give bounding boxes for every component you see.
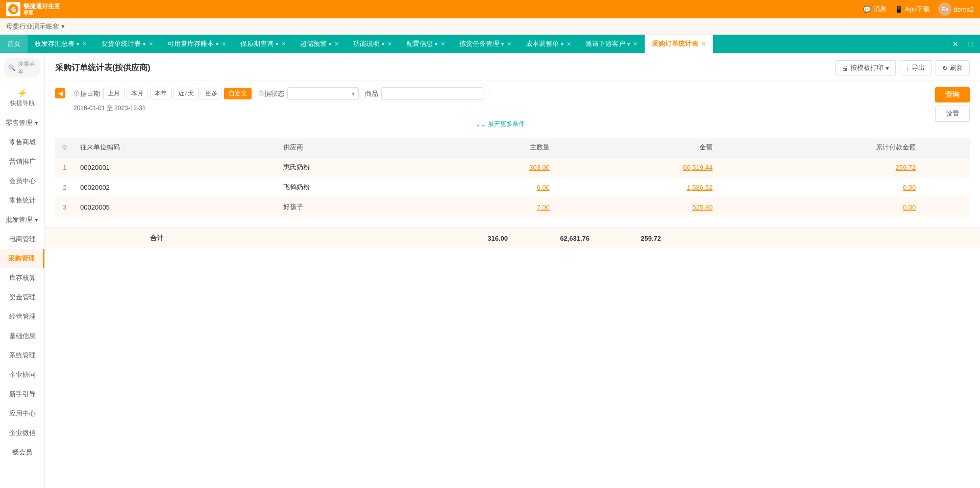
- date-label: 单据日期: [74, 89, 100, 98]
- table-area: ⚙ 往来单位编码 供应商 主数量 金额 累计付款金额 1 00020001: [45, 138, 980, 227]
- search-menu-button[interactable]: 🔍 搜索菜单: [4, 58, 40, 78]
- query-button[interactable]: 查询: [935, 87, 970, 102]
- tab-close-icon[interactable]: ✕: [440, 41, 445, 47]
- cell-paid: 0.00: [719, 177, 922, 197]
- sidebar-item-app-center[interactable]: 应用中心: [0, 404, 44, 423]
- sidebar-item-wholesale[interactable]: 批发管理 ▼: [0, 210, 44, 229]
- cell-qty: 7.00: [429, 197, 556, 217]
- nav-maximize-button[interactable]: □: [964, 37, 978, 51]
- sidebar-item-marketing[interactable]: 营销推广: [0, 152, 44, 171]
- table-header: ⚙ 往来单位编码 供应商 主数量 金额 累计付款金额: [55, 138, 970, 158]
- tab-close-icon[interactable]: ✕: [387, 41, 392, 47]
- custom-date-button[interactable]: 自定义: [224, 88, 252, 99]
- tab-receive-send[interactable]: 收发存汇总表 ▾ ✕: [28, 35, 94, 53]
- filter-section: ◀ 单据日期 上月 本月 本年 近7天 更多 自定义: [45, 81, 980, 138]
- message-icon: 💬: [863, 6, 871, 13]
- tab-close-icon[interactable]: ✕: [82, 41, 87, 47]
- tab-close-active-icon[interactable]: ✕: [701, 41, 706, 47]
- filter-row-1: 单据日期 上月 本月 本年 近7天 更多 自定义 单据状态: [74, 87, 927, 100]
- this-year-button[interactable]: 本年: [150, 88, 172, 99]
- sidebar-item-purchase[interactable]: 采购管理: [0, 249, 44, 268]
- sidebar-item-operation[interactable]: 经营管理: [0, 307, 44, 326]
- app-download-button[interactable]: 📱 App下载: [895, 5, 930, 14]
- sidebar-item-member2[interactable]: 畅会员: [0, 443, 44, 462]
- logo-icon: 畅: [6, 2, 20, 16]
- table-settings-icon[interactable]: ⚙: [61, 143, 68, 151]
- sidebar-item-system[interactable]: 系统管理: [0, 346, 44, 365]
- table-row: 3 00020005 好孩子 7.00 525.80 0.00: [55, 197, 970, 217]
- sidebar: 🔍 搜索菜单 ⚡ 快捷导航 零售管理 ▼ 零售商城 营销推广: [0, 53, 45, 488]
- sidebar-item-finance[interactable]: 资金管理: [0, 288, 44, 307]
- tab-close-icon[interactable]: ✕: [222, 41, 226, 47]
- tab-overstock[interactable]: 超储预警 ▾ ✕: [293, 35, 346, 53]
- lightning-icon: ⚡: [17, 88, 28, 98]
- tab-pick-task[interactable]: 拣货任务管理 ▾ ✕: [452, 35, 519, 53]
- tab-close-icon[interactable]: ✕: [281, 41, 286, 47]
- sidebar-item-quick-nav[interactable]: ⚡ 快捷导航: [0, 85, 44, 111]
- sidebar-item-enterprise-coop[interactable]: 企业协同: [0, 365, 44, 384]
- col-extra: [922, 138, 970, 158]
- sidebar-item-inventory[interactable]: 库存核算: [0, 268, 44, 288]
- sidebar-item-enterprise-wechat[interactable]: 企业微信: [0, 423, 44, 443]
- footer-paid: 259.72: [596, 235, 667, 242]
- row-num: 3: [55, 197, 74, 217]
- sidebar-item-retail-mall[interactable]: 零售商城: [0, 133, 44, 152]
- tab-close-icon[interactable]: ✕: [149, 41, 153, 47]
- nav-right-controls: ✕ □: [948, 37, 980, 51]
- message-button[interactable]: 💬 消息: [863, 5, 887, 14]
- col-amount-header: 金额: [556, 138, 719, 158]
- tab-close-icon[interactable]: ✕: [507, 41, 511, 47]
- refresh-button[interactable]: ↻ 刷新: [936, 60, 970, 75]
- tab-arrow: ▾: [435, 41, 437, 47]
- header-actions: 🖨 按模板打印 ▾ ↓ 导出 ↻ 刷新: [835, 60, 970, 75]
- tab-available-stock[interactable]: 可用量库存账本 ▾ ✕: [160, 35, 233, 53]
- tab-arrow: ▾: [627, 41, 630, 47]
- tab-close-icon[interactable]: ✕: [334, 41, 339, 47]
- settings-button[interactable]: 设置: [935, 106, 970, 122]
- status-select[interactable]: [287, 87, 359, 100]
- cell-code: 00020002: [74, 177, 277, 197]
- tab-function-desc[interactable]: 功能说明 ▾ ✕: [346, 35, 399, 53]
- goods-input[interactable]: [381, 87, 483, 100]
- tab-arrow: ▾: [561, 41, 564, 47]
- export-button[interactable]: ↓ 导出: [900, 60, 932, 75]
- cell-amount: 525.80: [556, 197, 719, 217]
- tab-invite-downstream[interactable]: 邀请下游客户 ▾ ✕: [578, 35, 645, 53]
- search-icon: 🔍: [8, 64, 16, 71]
- tab-close-icon[interactable]: ✕: [567, 41, 571, 47]
- goods-label: 商品: [365, 89, 378, 98]
- sidebar-item-ecom[interactable]: 电商管理: [0, 229, 44, 249]
- collapse-filter-button[interactable]: ◀: [55, 88, 65, 98]
- logo-area: 畅 畅捷通好生意 标版: [6, 2, 60, 16]
- tab-expiry[interactable]: 保质期查询 ▾ ✕: [233, 35, 293, 53]
- cell-supplier: 惠氏奶粉: [277, 158, 429, 177]
- sidebar-item-new-guide[interactable]: 新手引导: [0, 384, 44, 404]
- expand-more-conditions[interactable]: ⌄⌄ 展开更多条件: [74, 117, 927, 132]
- cell-code: 00020005: [74, 197, 277, 217]
- more-date-button[interactable]: 更多: [201, 88, 222, 99]
- row-num: 2: [55, 177, 74, 197]
- nav-close-button[interactable]: ✕: [948, 37, 963, 51]
- template-print-button[interactable]: 🖨 按模板打印 ▾: [835, 60, 896, 75]
- cell-paid: 0.00: [719, 197, 922, 217]
- sidebar-item-basic-info[interactable]: 基础信息: [0, 326, 44, 346]
- sidebar-item-retail-stat[interactable]: 零售统计: [0, 191, 44, 210]
- top-bar: 畅 畅捷通好生意 标版 💬 消息 📱 App下载 Ea demo2: [0, 0, 980, 18]
- table-footer: 合计 316.00 62,631.76 259.72: [45, 227, 980, 248]
- last-7-days-button[interactable]: 近7天: [174, 88, 199, 99]
- tab-purchase-stat[interactable]: 采购订单统计表 ✕: [645, 35, 713, 53]
- sidebar-item-retail[interactable]: 零售管理 ▼: [0, 113, 44, 133]
- col-settings: ⚙: [55, 138, 74, 158]
- footer-amount: 62,631.76: [514, 235, 596, 242]
- company-dropdown-icon: ▾: [61, 22, 65, 30]
- this-month-button[interactable]: 本月: [127, 88, 148, 99]
- tab-close-icon[interactable]: ✕: [633, 41, 638, 47]
- tab-requisition[interactable]: 要货单统计表 ▾ ✕: [94, 35, 160, 53]
- last-month-button[interactable]: 上月: [103, 88, 125, 99]
- tab-cost-adjust[interactable]: 成本调整单 ▾ ✕: [519, 35, 578, 53]
- sidebar-item-member[interactable]: 会员中心: [0, 171, 44, 191]
- tab-config-info[interactable]: 配置信息 ▾ ✕: [399, 35, 452, 53]
- user-area[interactable]: Ea demo2: [938, 3, 974, 16]
- company-selector[interactable]: 母婴行业演示账套 ▾: [6, 22, 65, 31]
- tab-home[interactable]: 首页: [0, 35, 28, 53]
